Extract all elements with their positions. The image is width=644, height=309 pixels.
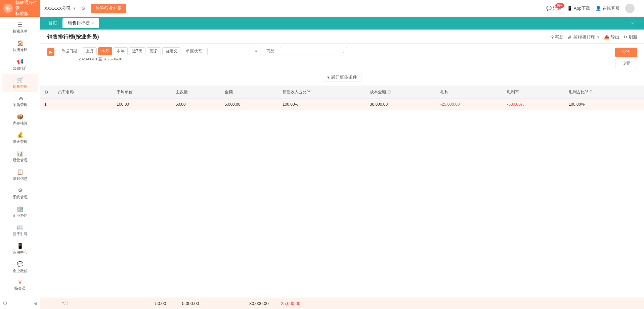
- cell-name: [54, 99, 113, 110]
- filter-row-1: 单据日期 上月 本月 本年 近7天 更多 自定义 单据状态: [61, 47, 611, 55]
- cell-amount: 5,000.00: [221, 99, 278, 110]
- tab-home[interactable]: 首页: [43, 18, 62, 28]
- inventory-icon: 📦: [17, 113, 24, 120]
- window-close-icon[interactable]: ×: [631, 20, 634, 26]
- goods-input[interactable]: ...: [280, 47, 347, 55]
- more-date-button[interactable]: 更多: [147, 47, 161, 55]
- print-button[interactable]: 🖨 按模板打印 ▼: [568, 34, 600, 40]
- goods-more-icon: ...: [340, 49, 344, 54]
- th-avg-price: 平均单价: [113, 86, 171, 99]
- table-header-row: ⚙ 员工名称 平均单价 主数量 全额 销售收入占比% 成本全额 ⓘ 毛利 毛利率: [40, 86, 644, 99]
- online-service-button[interactable]: 👤 在线客服: [596, 5, 620, 11]
- sidebar-settings-icon[interactable]: ⚙: [3, 300, 7, 306]
- table-row: 1 100.00 50.00 5,000.00 100.00% 30,000.0…: [40, 99, 644, 110]
- sidebar-item-operations[interactable]: 📊 经营管理: [2, 148, 38, 165]
- search-menu-icon: ☰: [18, 21, 23, 28]
- page-actions: ? 帮助 🖨 按模板打印 ▼ 📤 导出 ↻ 刷新: [551, 34, 637, 40]
- cell-main-qty: 50.00: [172, 99, 221, 110]
- sidebar-item-system[interactable]: ⚙ 系统管理: [2, 185, 38, 202]
- operations-icon: 📊: [17, 150, 24, 157]
- page-title: 销售排行榜(按业务员): [47, 34, 99, 41]
- app-logo: 畅 畅康通好生意 标准版: [0, 0, 40, 17]
- th-profit-pct: 毛利占比% ⇅: [565, 86, 644, 99]
- company-selector[interactable]: XXXXXX公司 ▼: [44, 5, 76, 11]
- main-area: XXXXXX公司 ▼ ⚙ 体验行业方案 💬 消息 99+ 📱 App下载 👤 在…: [40, 0, 644, 309]
- th-amount: 全额: [221, 86, 278, 99]
- tab-sales-ranking[interactable]: 销售排行榜 ×: [62, 18, 99, 28]
- cell-avg-price: 100.00: [113, 99, 171, 110]
- query-button[interactable]: 查询: [615, 48, 637, 57]
- filter-bar: ▶ 单据日期 上月 本月 本年 近7天 更多 自定义: [40, 44, 644, 86]
- tab-close-icon[interactable]: ×: [92, 21, 94, 25]
- window-restore-icon[interactable]: ⛶: [637, 20, 641, 26]
- th-settings[interactable]: ⚙: [40, 86, 54, 99]
- top-header: XXXXXX公司 ▼ ⚙ 体验行业方案 💬 消息 99+ 📱 App下载 👤 在…: [40, 0, 644, 17]
- this-year-button[interactable]: 本年: [114, 47, 128, 55]
- tab-window-actions: × ⛶: [631, 20, 641, 26]
- vip-icon: V: [18, 279, 22, 285]
- sidebar-item-enterprise[interactable]: 🏢 企业协同: [2, 203, 38, 221]
- print-icon: 🖨: [568, 35, 572, 40]
- footer-profit: -25,000.00: [280, 301, 310, 306]
- refresh-button[interactable]: ↻ 刷新: [624, 34, 637, 40]
- sidebar-item-marketing[interactable]: 📢 营销推广: [2, 56, 38, 73]
- last7days-button[interactable]: 近7天: [129, 47, 145, 55]
- expand-conditions-button[interactable]: ▾ 展开更多条件: [323, 73, 361, 82]
- sidebar-item-sales[interactable]: 🛒 销售管理: [2, 74, 38, 92]
- status-filter-label: 单据状态: [186, 48, 202, 54]
- th-profit-rate: 毛利率: [503, 86, 565, 99]
- tabs-bar: 首页 销售排行榜 × × ⛶: [40, 17, 644, 30]
- footer-cost: 30,000.00: [249, 301, 280, 306]
- status-select[interactable]: ▼: [207, 48, 261, 55]
- header-settings-icon[interactable]: ⚙: [81, 5, 85, 11]
- table-body: 1 100.00 50.00 5,000.00 100.00% 30,000.0…: [40, 99, 644, 110]
- sidebar-item-apps[interactable]: 📱 应用中心: [2, 240, 38, 258]
- date-filter-label: 单据日期: [61, 48, 77, 54]
- settings-button[interactable]: 设置: [615, 59, 637, 68]
- header-right: 💬 消息 99+ 📱 App下载 👤 在线客服: [546, 4, 640, 13]
- guide-icon: 📖: [17, 224, 24, 230]
- cell-cost: 30,000.00: [366, 99, 436, 110]
- cost-info-icon: ⓘ: [387, 90, 391, 94]
- sidebar-item-finance[interactable]: 💰 资金管理: [2, 129, 38, 147]
- company-name: XXXXXX公司: [44, 5, 71, 11]
- help-button[interactable]: ? 帮助: [551, 34, 564, 40]
- status-select-arrow: ▼: [254, 49, 258, 53]
- sidebar-item-basic[interactable]: 📋 基础信息: [2, 166, 38, 184]
- sidebar-item-wechat[interactable]: 💬 企业微信: [2, 258, 38, 276]
- th-profit: 毛利: [436, 86, 503, 99]
- sidebar-item-vip[interactable]: V 畅会员: [2, 277, 38, 294]
- home-tab-label: 首页: [48, 20, 57, 26]
- svg-text:畅: 畅: [6, 6, 10, 11]
- filter-collapse-button[interactable]: ▶: [47, 48, 54, 56]
- export-icon: 📤: [604, 35, 609, 40]
- cell-rank: 1: [40, 99, 54, 110]
- user-avatar[interactable]: [625, 4, 635, 13]
- app-name: 畅康通好生意 标准版: [15, 0, 37, 17]
- this-month-button[interactable]: 本月: [98, 47, 112, 55]
- basic-icon: 📋: [17, 169, 24, 175]
- custom-date-button[interactable]: 自定义: [162, 47, 180, 55]
- sidebar-item-purchase[interactable]: 🛍 采购管理: [2, 93, 38, 110]
- cell-profit: -25,000.00: [436, 99, 503, 110]
- service-label: 在线客服: [602, 5, 620, 11]
- expand-row: ▾ 展开更多条件: [47, 71, 637, 82]
- trial-button[interactable]: 体验行业方案: [91, 4, 126, 13]
- goods-filter-label: 商品: [266, 48, 274, 54]
- last-month-button[interactable]: 上月: [83, 47, 97, 55]
- table-footer: 合计 50.00 5,000.00 30,000.00 -25,000.00: [40, 298, 644, 309]
- sidebar-collapse-icon[interactable]: ◀: [34, 301, 37, 306]
- export-button[interactable]: 📤 导出: [604, 34, 619, 40]
- sidebar-item-guide[interactable]: 📖 新手引导: [2, 221, 38, 239]
- refresh-icon: ↻: [624, 35, 627, 40]
- footer-amount: 5,000.00: [182, 301, 212, 306]
- app-download-button[interactable]: 📱 App下载: [567, 5, 590, 11]
- print-arrow-icon: ▼: [597, 35, 600, 39]
- service-icon: 👤: [596, 6, 601, 11]
- message-button[interactable]: 💬 消息 99+: [546, 5, 562, 11]
- sidebar-item-search[interactable]: ☰ 搜索菜单: [2, 19, 38, 37]
- purchase-icon: 🛍: [17, 95, 23, 101]
- sidebar-item-quick-nav[interactable]: 🏠 快捷导航: [2, 37, 38, 55]
- sidebar-item-inventory[interactable]: 📦 库存核算: [2, 111, 38, 128]
- marketing-icon: 📢: [17, 58, 24, 65]
